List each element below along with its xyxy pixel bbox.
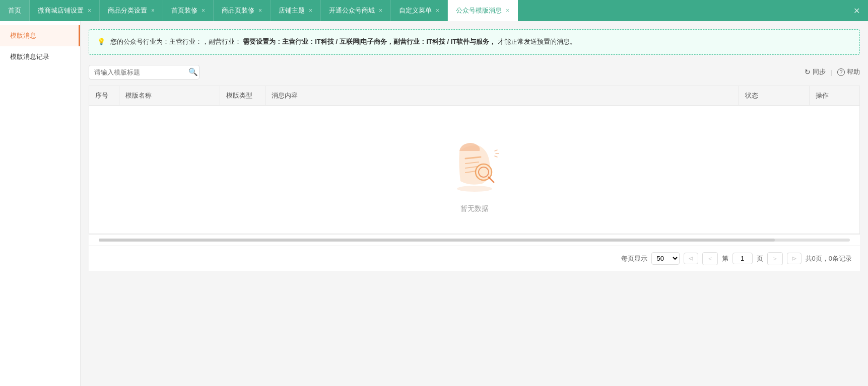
page-size-select[interactable]: 50 10 20 100	[651, 252, 680, 265]
page-input[interactable]	[732, 253, 753, 264]
tab-open-mall-close[interactable]: ×	[379, 7, 382, 14]
tab-custom-menu-label: 自定义菜单	[399, 6, 432, 15]
notice-box: 💡 您的公众号行业为：主营行业：，副营行业： 需要设置为：主营行业：IT科技 /…	[89, 29, 860, 55]
tab-template-msg[interactable]: 公众号模版消息 ×	[448, 0, 518, 21]
tab-home-decor-label: 首页装修	[171, 6, 197, 15]
page-size-label: 每页显示	[621, 254, 647, 263]
tab-shop-theme[interactable]: 店铺主题 ×	[271, 0, 321, 21]
sync-icon: ↻	[805, 68, 811, 76]
tab-product-decor[interactable]: 商品页装修 ×	[214, 0, 271, 21]
tab-shop-theme-label: 店铺主题	[279, 6, 305, 15]
notice-suffix-text: 才能正常发送预置的消息。	[498, 38, 576, 45]
tab-product-decor-label: 商品页装修	[222, 6, 254, 15]
scroll-bar-area	[89, 234, 860, 246]
tab-home-decor[interactable]: 首页装修 ×	[163, 0, 214, 21]
tab-category-setting[interactable]: 商品分类设置 ×	[100, 0, 163, 21]
next-page-button[interactable]: ＞	[767, 252, 783, 265]
tab-open-mall[interactable]: 开通公众号商城 ×	[321, 0, 391, 21]
search-input[interactable]	[89, 65, 199, 80]
svg-line-8	[495, 150, 497, 151]
tab-category-setting-close[interactable]: ×	[151, 7, 155, 14]
content-area: 💡 您的公众号行业为：主营行业：，副营行业： 需要设置为：主营行业：IT科技 /…	[81, 21, 868, 386]
col-header-type: 模版类型	[220, 86, 265, 105]
tab-template-msg-close[interactable]: ×	[506, 7, 509, 14]
svg-line-7	[489, 177, 494, 182]
help-button[interactable]: ? 帮助	[837, 67, 860, 76]
last-page-button[interactable]: ⊳	[787, 253, 802, 264]
prev-page-button[interactable]: ＜	[702, 252, 718, 265]
toolbar-divider: |	[831, 68, 832, 76]
search-bar: 🔍 ↻ 同步 | ? 帮助	[89, 65, 860, 80]
col-header-content: 消息内容	[265, 86, 739, 105]
empty-state: 暂无数据	[89, 106, 859, 234]
tab-bar: 首页 微商城店铺设置 × 商品分类设置 × 首页装修 × 商品页装修 × 店铺主…	[0, 0, 868, 21]
sync-button[interactable]: ↻ 同步	[805, 67, 826, 76]
tab-shop-setting-label: 微商城店铺设置	[38, 6, 84, 15]
help-label: 帮助	[847, 67, 860, 76]
notice-icon: 💡	[97, 38, 105, 45]
empty-text: 暂无数据	[460, 204, 489, 213]
svg-point-0	[457, 186, 492, 192]
col-header-seq: 序号	[89, 86, 119, 105]
tab-home-decor-close[interactable]: ×	[202, 7, 205, 14]
tab-open-mall-label: 开通公众号商城	[329, 6, 375, 15]
help-icon: ?	[837, 68, 845, 76]
horizontal-scrollbar[interactable]	[99, 239, 850, 242]
page-total: 共0页，0条记录	[806, 254, 852, 263]
col-header-name: 模版名称	[119, 86, 220, 105]
tab-template-msg-label: 公众号模版消息	[456, 6, 502, 15]
empty-illustration	[444, 136, 505, 196]
first-page-button[interactable]: ⊲	[684, 253, 698, 264]
sidebar-item-template-msg-record[interactable]: 模版消息记录	[0, 46, 80, 67]
svg-line-10	[495, 156, 497, 157]
page-prefix-label: 第	[722, 254, 728, 263]
tab-shop-theme-close[interactable]: ×	[309, 7, 312, 14]
notice-highlight-text: 需要设置为：主营行业：IT科技 / 互联网|电子商务，副营行业：IT科技 / I…	[243, 38, 496, 45]
tab-home-label: 首页	[8, 6, 21, 15]
sync-label: 同步	[813, 67, 826, 76]
tab-shop-setting-close[interactable]: ×	[88, 7, 91, 14]
tab-product-decor-close[interactable]: ×	[258, 7, 262, 14]
toolbar-right: ↻ 同步 | ? 帮助	[805, 67, 860, 76]
tab-home[interactable]: 首页	[0, 0, 30, 21]
search-icon: 🔍	[188, 67, 198, 76]
sidebar-item-template-msg[interactable]: 模版消息	[0, 25, 80, 46]
tab-custom-menu-close[interactable]: ×	[436, 7, 439, 14]
data-table: 序号 模版名称 模版类型 消息内容 状态 操作	[89, 86, 860, 234]
pagination: 每页显示 50 10 20 100 ⊲ ＜ 第 页 ＞ ⊳ 共0页，0条记录	[89, 246, 860, 271]
sidebar-item-template-msg-record-label: 模版消息记录	[10, 53, 49, 60]
search-button[interactable]: 🔍	[184, 65, 202, 79]
main-layout: 模版消息 模版消息记录 💡 您的公众号行业为：主营行业：，副营行业： 需要设置为…	[0, 21, 868, 386]
sidebar: 模版消息 模版消息记录	[0, 21, 81, 386]
tab-shop-setting[interactable]: 微商城店铺设置 ×	[30, 0, 100, 21]
page-suffix-label: 页	[757, 254, 763, 263]
scrollbar-thumb[interactable]	[99, 239, 775, 242]
col-header-status: 状态	[739, 86, 810, 105]
tab-custom-menu[interactable]: 自定义菜单 ×	[391, 0, 448, 21]
tab-category-setting-label: 商品分类设置	[108, 6, 147, 15]
tab-bar-close-all[interactable]: ✕	[845, 6, 868, 16]
sidebar-item-template-msg-label: 模版消息	[10, 32, 36, 39]
col-header-action: 操作	[810, 86, 860, 105]
notice-prefix-text: 您的公众号行业为：主营行业：，副营行业：	[110, 38, 241, 45]
